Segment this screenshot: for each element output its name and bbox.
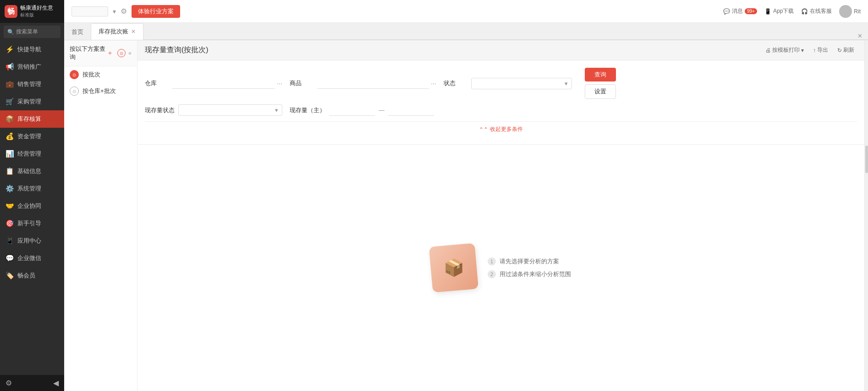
- stock-qty-label: 现存量（主）: [290, 106, 325, 114]
- filter-row-2: 现存量状态 ▾ 现存量（主） —: [145, 104, 857, 116]
- sidebar-item-member[interactable]: 🏷️ 畅会员: [0, 267, 64, 284]
- tab-inventory-batch[interactable]: 库存批次账 ✕: [91, 23, 143, 40]
- collapse-filter-bar[interactable]: ⌃⌃ 收起更多条件: [145, 121, 857, 137]
- export-icon: ↑: [813, 47, 816, 54]
- topbar-search-input[interactable]: [71, 6, 108, 16]
- sidebar-item-label: 经营管理: [17, 150, 41, 158]
- close-panel-button[interactable]: ✕: [852, 33, 868, 40]
- query-panel: 现存量查询(按批次) 🖨 按模板打印 ▾ ↑ 导出 ↻ 刷新: [137, 40, 864, 391]
- sidebar-item-purchase[interactable]: 🛒 采购管理: [0, 93, 64, 110]
- topbar-dropdown-icon[interactable]: ▾: [113, 8, 116, 15]
- purchase-icon: 🛒: [5, 98, 14, 106]
- operations-icon: 📊: [5, 150, 14, 158]
- product-input[interactable]: [317, 78, 429, 89]
- status-label: 状态: [444, 79, 471, 87]
- print-button[interactable]: 🖨 按模板打印 ▾: [763, 45, 807, 55]
- topbar-gear-icon[interactable]: ⚙: [121, 7, 127, 16]
- sidebar-item-sales[interactable]: 💼 销售管理: [0, 76, 64, 93]
- scheme-item-by-batch[interactable]: ⊙ 按批次: [64, 66, 137, 83]
- print-dropdown-icon[interactable]: ▾: [801, 47, 804, 54]
- sidebar-nav: ⚡ 快捷导航 📢 营销推广 💼 销售管理 🛒 采购管理 📦 库存核算 💰 资金管…: [0, 41, 64, 375]
- sidebar-item-operations[interactable]: 📊 经营管理: [0, 145, 64, 163]
- sidebar-search[interactable]: 🔍 搜索菜单: [4, 26, 60, 38]
- empty-icon: 📦: [429, 243, 478, 293]
- main-area: ▾ ⚙ 体验行业方案 💬 消息 99+ 📱 App下载 🎧 在线客服 Rit: [64, 0, 868, 391]
- app-download-label: App下载: [773, 7, 794, 15]
- sidebar-item-newbie[interactable]: 🎯 新手引导: [0, 215, 64, 232]
- refresh-button[interactable]: ↻ 刷新: [835, 45, 857, 55]
- headset-icon: 🎧: [801, 8, 808, 15]
- hint-text-1: 请先选择要分析的方案: [500, 257, 559, 266]
- app-title: 畅康通好生意: [20, 5, 53, 12]
- tab-close-icon[interactable]: ✕: [131, 28, 136, 35]
- empty-hints: 1 请先选择要分析的方案 2 用过滤条件来缩小分析范围: [488, 257, 571, 278]
- phone-icon: 📱: [764, 8, 771, 15]
- topbar: ▾ ⚙ 体验行业方案 💬 消息 99+ 📱 App下载 🎧 在线客服 Rit: [64, 0, 868, 23]
- product-more-icon[interactable]: ···: [431, 80, 436, 87]
- sidebar-item-label: 资金管理: [17, 132, 41, 141]
- query-button[interactable]: 查询: [585, 68, 616, 81]
- sidebar-item-inventory[interactable]: 📦 库存核算: [0, 110, 64, 128]
- scheme-panel-header: 按以下方案查询 ＋ ⊙ «: [64, 40, 137, 66]
- warehouse-more-icon[interactable]: ···: [277, 80, 282, 87]
- sidebar-item-label: 库存核算: [17, 115, 41, 123]
- collapse-scheme-icon[interactable]: «: [128, 50, 132, 56]
- basic-icon: 📋: [5, 167, 14, 175]
- sidebar-item-label: 系统管理: [17, 185, 41, 193]
- product-filter-group: 商品 ···: [290, 78, 436, 89]
- refresh-icon: ↻: [837, 47, 842, 54]
- hint-text-2: 用过滤条件来缩小分析范围: [500, 270, 571, 278]
- sidebar-item-basic[interactable]: 📋 基础信息: [0, 163, 64, 180]
- settings-button[interactable]: 设置: [585, 84, 616, 99]
- stock-status-dropdown-icon: ▾: [275, 107, 278, 114]
- marketing-icon: 📢: [5, 63, 14, 71]
- scheme-inactive-icon: ⊙: [70, 87, 79, 96]
- stock-status-select[interactable]: ▾: [178, 104, 282, 116]
- page-titlebar: 现存量查询(按批次) 🖨 按模板打印 ▾ ↑ 导出 ↻ 刷新: [137, 40, 864, 60]
- sidebar-item-quick-nav[interactable]: ⚡ 快捷导航: [0, 41, 64, 58]
- scheme-item-by-warehouse-batch[interactable]: ⊙ 按仓库+批次: [64, 83, 137, 99]
- app-subtitle: 标准版: [20, 12, 53, 18]
- wechat-icon: 💬: [5, 254, 14, 262]
- tab-home[interactable]: 首页: [64, 24, 91, 40]
- export-label: 导出: [817, 46, 828, 54]
- scroll-handle[interactable]: [865, 146, 868, 173]
- sidebar-item-appstore[interactable]: 📱 应用中心: [0, 232, 64, 250]
- sidebar-item-wechat[interactable]: 💬 企业微信: [0, 250, 64, 267]
- message-button[interactable]: 💬 消息 99+: [723, 7, 757, 15]
- search-icon: 🔍: [7, 29, 14, 35]
- settings-footer-icon[interactable]: ⚙: [5, 379, 12, 387]
- sidebar-item-label: 企业协同: [17, 202, 41, 210]
- sidebar-item-marketing[interactable]: 📢 营销推广: [0, 58, 64, 76]
- user-name: Rit: [854, 8, 861, 15]
- sidebar-item-label: 畅会员: [17, 272, 35, 280]
- member-icon: 🏷️: [5, 272, 14, 280]
- sidebar-item-label: 销售管理: [17, 80, 41, 88]
- sidebar-item-label: 企业微信: [17, 254, 41, 262]
- empty-hint-1: 1 请先选择要分析的方案: [488, 257, 571, 266]
- online-service-button[interactable]: 🎧 在线客服: [801, 7, 832, 15]
- sidebar-item-finance[interactable]: 💰 资金管理: [0, 128, 64, 145]
- system-icon: ⚙️: [5, 185, 14, 193]
- sidebar-item-system[interactable]: ⚙️ 系统管理: [0, 180, 64, 197]
- collapse-sidebar-icon[interactable]: ◀: [53, 379, 59, 387]
- hint-num-1: 1: [488, 257, 496, 266]
- online-service-label: 在线客服: [810, 7, 832, 15]
- stock-qty-max-input[interactable]: [388, 105, 434, 116]
- stock-qty-min-input[interactable]: [329, 105, 375, 116]
- stock-qty-filter-group: 现存量（主） —: [290, 105, 473, 116]
- add-scheme-button[interactable]: ＋: [105, 49, 115, 58]
- user-menu[interactable]: Rit: [839, 5, 861, 18]
- app-download-button[interactable]: 📱 App下载: [764, 7, 794, 15]
- warehouse-input[interactable]: [172, 78, 275, 89]
- scheme-settings-icon[interactable]: ⊙: [117, 49, 126, 57]
- export-button[interactable]: ↑ 导出: [810, 45, 831, 55]
- finance-icon: 💰: [5, 132, 14, 141]
- right-scrollbar[interactable]: [864, 40, 868, 391]
- sidebar-item-label: 采购管理: [17, 98, 41, 106]
- warehouse-label: 仓库: [145, 79, 172, 87]
- status-select[interactable]: ▾: [471, 78, 572, 89]
- filter-row-1: 仓库 ··· 商品 ··· 状态 ▾: [145, 68, 857, 99]
- sidebar-item-enterprise[interactable]: 🤝 企业协同: [0, 197, 64, 215]
- trial-button[interactable]: 体验行业方案: [132, 5, 180, 18]
